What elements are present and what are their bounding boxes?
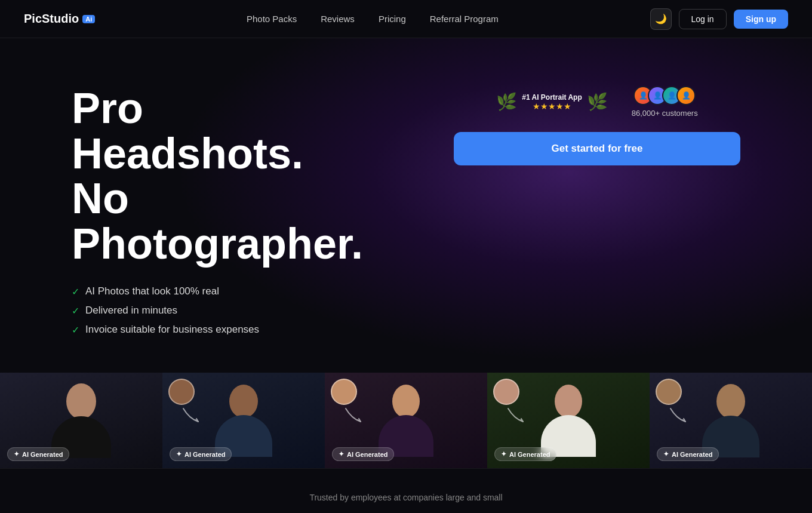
trusted-section: Trusted by employees at companies large … <box>0 468 812 513</box>
feature-1: ✓ AI Photos that look 100% real <box>72 285 363 297</box>
trusted-text: Trusted by employees at companies large … <box>0 493 812 502</box>
sparkle-icon-3: ✦ <box>339 450 344 458</box>
ai-tag-2: ✦ AI Generated <box>170 447 232 461</box>
arrow-icon-3 <box>343 404 367 428</box>
nav-reviews[interactable]: Reviews <box>321 14 355 24</box>
hero-stats-row: 🌿 #1 AI Portrait App ★★★★★ 🌿 👤 👤 👤 👤 86,… <box>496 86 697 118</box>
logo[interactable]: PicStudio Ai <box>24 12 95 26</box>
sparkle-icon-1: ✦ <box>14 450 19 458</box>
logo-badge: Ai <box>82 15 95 23</box>
hero-right: 🌿 #1 AI Portrait App ★★★★★ 🌿 👤 👤 👤 👤 86,… <box>454 86 740 165</box>
arrow-icon-2 <box>180 404 204 428</box>
award-laurel: 🌿 #1 AI Portrait App ★★★★★ 🌿 <box>496 92 607 112</box>
hero-section: Pro Headshots. No Photographer. ✓ AI Pho… <box>0 38 812 373</box>
feature-2: ✓ Delivered in minutes <box>72 305 363 317</box>
avatar-4: 👤 <box>676 86 696 105</box>
hero-left: Pro Headshots. No Photographer. ✓ AI Pho… <box>72 86 363 343</box>
left-laurel-icon: 🌿 <box>496 92 517 112</box>
small-thumb-4 <box>493 379 519 405</box>
cta-button[interactable]: Get started for free <box>454 132 740 165</box>
nav-referral[interactable]: Referral Program <box>430 14 499 24</box>
customers-badge: 👤 👤 👤 👤 86,000+ customers <box>632 86 698 118</box>
logo-text: PicStudio <box>24 12 79 26</box>
photo-card-3: ✦ AI Generated <box>325 373 487 468</box>
sparkle-icon-2: ✦ <box>176 450 182 458</box>
sparkle-icon-4: ✦ <box>501 450 506 458</box>
ai-tag-3: ✦ AI Generated <box>332 447 394 461</box>
ai-tag-1: ✦ AI Generated <box>7 447 69 461</box>
dark-mode-toggle[interactable]: 🌙 <box>650 8 672 30</box>
ai-tag-5: ✦ AI Generated <box>657 447 719 461</box>
photo-card-1: ✦ AI Generated <box>0 373 162 468</box>
ai-tag-4: ✦ AI Generated <box>494 447 556 461</box>
right-laurel-icon: 🌿 <box>587 92 608 112</box>
photo-strip: ✦ AI Generated ✦ AI Generated <box>0 373 812 468</box>
check-icon-3: ✓ <box>72 324 79 336</box>
hero-features: ✓ AI Photos that look 100% real ✓ Delive… <box>72 285 363 336</box>
check-icon-2: ✓ <box>72 305 79 317</box>
stars: ★★★★★ <box>522 102 582 111</box>
arrow-icon-4 <box>505 404 529 428</box>
hero-title: Pro Headshots. No Photographer. <box>72 86 363 266</box>
small-thumb-2 <box>168 379 195 405</box>
signup-button[interactable]: Sign up <box>734 10 788 29</box>
nav-photo-packs[interactable]: Photo Packs <box>247 14 297 24</box>
sparkle-icon-5: ✦ <box>663 450 669 458</box>
feature-3: ✓ Invoice suitable for business expenses <box>72 324 363 336</box>
nav-actions: 🌙 Log in Sign up <box>650 8 788 30</box>
customers-count: 86,000+ customers <box>632 109 698 118</box>
arrow-icon-5 <box>668 404 691 428</box>
nav-pricing[interactable]: Pricing <box>379 14 406 24</box>
navigation: PicStudio Ai Photo Packs Reviews Pricing… <box>0 0 812 38</box>
avatar-stack: 👤 👤 👤 👤 <box>633 86 696 105</box>
small-thumb-3 <box>331 379 357 405</box>
login-button[interactable]: Log in <box>679 9 727 29</box>
small-thumb-5 <box>656 379 682 405</box>
photo-card-2: ✦ AI Generated <box>162 373 325 468</box>
check-icon-1: ✓ <box>72 286 79 297</box>
award-text: #1 AI Portrait App <box>522 93 582 102</box>
photo-card-5: ✦ AI Generated <box>650 373 812 468</box>
nav-links: Photo Packs Reviews Pricing Referral Pro… <box>247 14 499 24</box>
award-badge: 🌿 #1 AI Portrait App ★★★★★ 🌿 <box>496 92 607 112</box>
photo-card-4: ✦ AI Generated <box>487 373 650 468</box>
